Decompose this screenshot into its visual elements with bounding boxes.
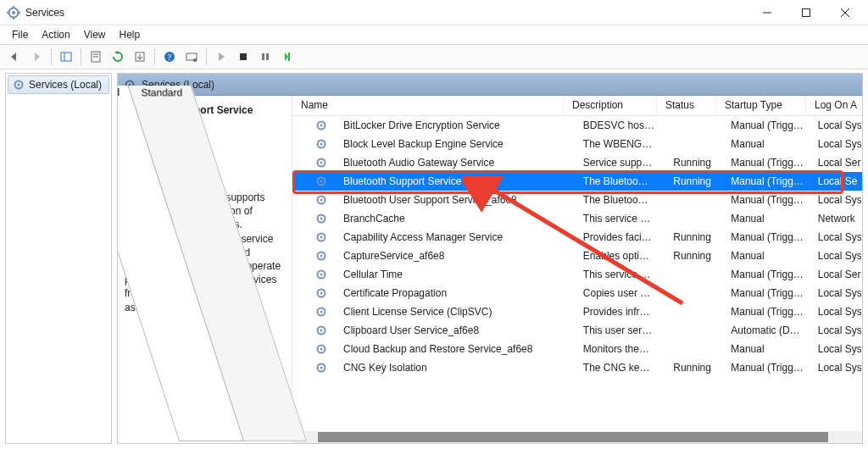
horizontal-scrollbar[interactable] xyxy=(292,431,862,443)
cell-status: Running xyxy=(665,228,722,247)
cell-description: Service supp… xyxy=(575,153,665,172)
close-button[interactable] xyxy=(826,0,865,25)
column-name[interactable]: Name xyxy=(292,96,564,115)
cell-name: Bluetooth Support Service xyxy=(335,172,575,191)
cell-name: Block Level Backup Engine Service xyxy=(335,135,575,153)
cell-description: Provides infr… xyxy=(575,302,665,321)
table-row[interactable]: Cellular TimeThis service …Manual (Trigg… xyxy=(292,265,862,284)
column-status[interactable]: Status xyxy=(657,96,716,115)
menu-file[interactable]: File xyxy=(5,27,35,42)
cell-logon: Network xyxy=(810,209,862,228)
svg-point-31 xyxy=(320,143,323,146)
table-row[interactable]: Certificate PropagationCopies user …Manu… xyxy=(292,284,862,302)
table-row[interactable]: Bluetooth User Support Service_af6e8The … xyxy=(292,191,862,209)
cell-logon: Local Se xyxy=(810,172,862,191)
cell-status xyxy=(665,290,722,297)
start-service-button[interactable] xyxy=(211,47,231,67)
toolbar-separator xyxy=(51,48,52,65)
stop-service-button[interactable] xyxy=(233,47,253,67)
svg-point-37 xyxy=(320,199,323,202)
cell-logon: Local Sys xyxy=(810,228,862,247)
gear-icon xyxy=(314,249,328,263)
tree-item-services-local[interactable]: Services (Local) xyxy=(8,75,109,94)
svg-point-25 xyxy=(18,84,20,86)
table-row[interactable]: Client License Service (ClipSVC)Provides… xyxy=(292,302,862,321)
service-rows[interactable]: BitLocker Drive Encryption ServiceBDESVC… xyxy=(292,116,862,431)
cell-logon: Local Ser xyxy=(810,265,862,284)
column-startup-type[interactable]: Startup Type xyxy=(716,96,806,115)
main: Services (Local) Services (Local) Blueto… xyxy=(0,69,868,449)
cell-name: Client License Service (ClipSVC) xyxy=(335,302,575,321)
cell-startup: Manual (Trigg… xyxy=(722,265,810,284)
toolbar: ? xyxy=(0,44,868,69)
gear-icon xyxy=(314,361,328,374)
maximize-button[interactable] xyxy=(787,0,826,25)
table-row[interactable]: Block Level Backup Engine ServiceThe WBE… xyxy=(292,135,862,153)
menu-help[interactable]: Help xyxy=(113,27,147,42)
cell-status: Running xyxy=(665,247,722,265)
svg-point-1 xyxy=(12,11,15,14)
cell-name: Clipboard User Service_af6e8 xyxy=(335,321,575,340)
cell-description: The CNG ke… xyxy=(575,358,665,377)
table-row[interactable]: BitLocker Drive Encryption ServiceBDESVC… xyxy=(292,116,862,135)
table-row[interactable]: Clipboard User Service_af6e8This user se… xyxy=(292,321,862,340)
column-description[interactable]: Description xyxy=(564,96,657,115)
toolbar-separator xyxy=(154,48,155,65)
svg-point-35 xyxy=(320,180,323,183)
cell-status xyxy=(665,271,722,278)
cell-description: The Bluetoo… xyxy=(575,191,665,209)
gear-icon xyxy=(314,230,328,244)
cell-status: Running xyxy=(665,153,722,172)
connect-to-another-button[interactable] xyxy=(181,47,202,67)
svg-rect-7 xyxy=(803,8,810,16)
gear-icon xyxy=(12,78,25,91)
table-row[interactable]: CaptureService_af6e8Enables opti…Running… xyxy=(292,247,862,265)
cell-description: This user ser… xyxy=(575,321,665,340)
cell-status: Running xyxy=(665,358,722,377)
show-hide-tree-button[interactable] xyxy=(56,47,76,67)
cell-startup: Manual (Trigg… xyxy=(722,228,810,247)
table-row[interactable]: Cloud Backup and Restore Service_af6e8Mo… xyxy=(292,340,862,358)
help-button[interactable]: ? xyxy=(159,47,180,67)
menu-view[interactable]: View xyxy=(77,27,113,42)
menu-action[interactable]: Action xyxy=(35,27,76,42)
menubar: File Action View Help xyxy=(0,25,868,44)
cell-logon: Local Sys xyxy=(810,116,862,135)
back-button[interactable] xyxy=(4,47,25,67)
cell-logon: Local Sys xyxy=(810,247,862,265)
cell-logon: Local Ser xyxy=(810,153,862,172)
svg-rect-10 xyxy=(61,53,71,61)
cell-description: Copies user … xyxy=(575,284,665,302)
refresh-button[interactable] xyxy=(108,47,128,67)
pause-service-button[interactable] xyxy=(255,47,275,67)
toolbar-separator xyxy=(81,48,81,65)
cell-logon: Local Sys xyxy=(810,340,862,358)
table-row[interactable]: Capability Access Manager ServiceProvide… xyxy=(292,228,862,247)
cell-status xyxy=(665,197,722,203)
svg-text:?: ? xyxy=(168,53,172,62)
cell-startup: Manual xyxy=(722,135,810,153)
properties-button[interactable] xyxy=(86,47,106,67)
cell-startup: Manual (Trigg… xyxy=(722,116,810,135)
svg-point-49 xyxy=(320,311,323,313)
svg-point-51 xyxy=(320,330,323,332)
cell-startup: Manual (Trigg… xyxy=(722,284,810,302)
svg-point-53 xyxy=(320,348,323,351)
column-logon[interactable]: Log On A xyxy=(806,96,860,115)
cell-logon: Local Sys xyxy=(810,321,862,340)
svg-rect-22 xyxy=(266,53,269,60)
cell-status xyxy=(665,141,722,147)
forward-button[interactable] xyxy=(26,47,47,67)
gear-icon xyxy=(314,193,328,207)
cell-name: Cellular Time xyxy=(335,265,575,284)
minimize-button[interactable] xyxy=(748,0,787,25)
export-list-button[interactable] xyxy=(130,47,150,67)
table-row[interactable]: Bluetooth Audio Gateway ServiceService s… xyxy=(292,153,862,172)
cell-logon: Local Sys xyxy=(810,284,862,302)
table-row[interactable]: BranchCacheThis service …ManualNetwork xyxy=(292,209,862,228)
table-row[interactable]: CNG Key IsolationThe CNG ke…RunningManua… xyxy=(292,358,862,377)
svg-point-43 xyxy=(320,255,323,258)
restart-service-button[interactable] xyxy=(277,47,298,67)
table-row[interactable]: Bluetooth Support ServiceThe Bluetoo…Run… xyxy=(292,172,862,191)
gear-icon xyxy=(314,286,328,300)
